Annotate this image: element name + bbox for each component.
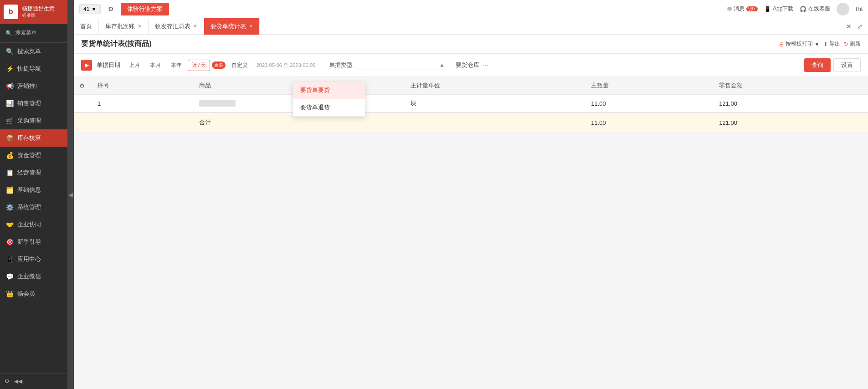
user-avatar[interactable]: [837, 3, 849, 15]
type-filter-select[interactable]: ▲: [355, 60, 447, 70]
collapse-button[interactable]: ◀◀: [14, 378, 22, 384]
search-menu-button[interactable]: 🔍 搜索菜单: [4, 27, 64, 39]
date-this-month-button[interactable]: 本月: [146, 60, 165, 71]
warehouse-filter-label: 要货仓库: [456, 61, 479, 69]
finance-icon: 💰: [5, 152, 14, 159]
sidebar-item-label: 新手引导: [17, 238, 41, 246]
topbar-settings-button[interactable]: ⚙: [104, 3, 117, 15]
tab-close-icon[interactable]: ✕: [249, 23, 253, 29]
print-button[interactable]: 🖨 按模板打印 ▼: [779, 40, 820, 48]
sidebar-item-inventory[interactable]: 📦库存核算: [0, 129, 67, 147]
sidebar-item-quicknav[interactable]: ⚡快捷导航: [0, 60, 67, 77]
type-dropdown: 要货单要货 要货单退货: [293, 81, 365, 117]
col-index: 序号: [92, 77, 194, 95]
marketing-icon: 📢: [5, 82, 14, 90]
col-quantity: 主数量: [586, 77, 714, 95]
col-settings: ⚙: [74, 77, 92, 95]
col-unit: 主计量单位: [405, 77, 586, 95]
page-actions: 🖨 按模板打印 ▼ ⬆ 导出 ↻ 刷新: [779, 40, 861, 52]
sidebar-item-system[interactable]: ⚙️系统管理: [0, 199, 67, 216]
basic-icon: 🗂️: [5, 186, 14, 194]
tab-order_stats[interactable]: 要货单统计表✕: [204, 18, 260, 35]
sidebar-item-wechat[interactable]: 💬企业微信: [0, 268, 67, 285]
sidebar-item-enterprise[interactable]: 🤝企业协同: [0, 216, 67, 233]
settings-footer-button[interactable]: ⚙: [5, 378, 10, 384]
table-footer-row: 合计 11.00 121.00: [74, 113, 868, 133]
warehouse-more-button[interactable]: ···: [482, 61, 488, 69]
message-icon: ✉: [727, 6, 732, 12]
date-last-month-button[interactable]: 上月: [125, 60, 144, 71]
type-filter-input[interactable]: [357, 61, 439, 68]
topbar: 41 ▼ ⚙ 体验行业方案 ✉ 消息 99+ 📱 App下载 🎧 在线客服: [74, 0, 868, 18]
export-button[interactable]: ⬆ 导出: [823, 40, 840, 48]
table-header-row: ⚙ 序号 商品 主计量单位 主数量 零售金额: [74, 77, 868, 95]
col-amount: 零售金额: [714, 77, 868, 95]
sidebar-item-search[interactable]: 🔍搜索菜单: [0, 43, 67, 60]
sidebar-item-operations[interactable]: 📋经营管理: [0, 164, 67, 181]
sidebar-item-finance[interactable]: 💰资金管理: [0, 147, 67, 164]
sales-icon: 📊: [5, 100, 14, 107]
message-button[interactable]: ✉ 消息 99+: [727, 5, 758, 13]
tab-home[interactable]: 首页: [74, 18, 99, 35]
sidebar-collapse-handle[interactable]: ◀: [67, 0, 74, 389]
expand-tab-button[interactable]: ⤢: [855, 21, 864, 32]
export-icon: ⬆: [823, 41, 828, 47]
filter-expand-button[interactable]: ▶: [81, 60, 92, 71]
type-filter-label: 单据类型: [329, 61, 353, 69]
tab-receive_summary[interactable]: 收发存汇总表✕: [149, 18, 204, 35]
topbar-left: 41 ▼ ⚙ 体验行业方案: [79, 3, 723, 15]
row-index-cell: 1: [92, 95, 194, 113]
footer-unit-cell: [405, 113, 586, 133]
sidebar-item-label: 应用中心: [17, 255, 41, 263]
sidebar-item-label: 销售管理: [17, 99, 41, 107]
sidebar-item-guide[interactable]: 🎯新手引导: [0, 233, 67, 251]
tab-switcher[interactable]: 41 ▼: [79, 4, 101, 14]
filter-bar: ▶ 单据日期 上月 本月 本年 近7天 更多 自定义 2023-05-06 至 …: [74, 54, 868, 77]
inventory-icon: 📦: [5, 134, 14, 142]
refresh-icon: ↻: [844, 41, 848, 47]
main-area: 41 ▼ ⚙ 体验行业方案 ✉ 消息 99+ 📱 App下载 🎧 在线客服: [74, 0, 868, 389]
refresh-button[interactable]: ↻ 刷新: [844, 40, 861, 48]
tab-close-icon[interactable]: ✕: [138, 23, 142, 29]
gear-icon: ⚙: [108, 5, 114, 13]
sidebar-item-label: 库存核算: [17, 134, 41, 142]
chevron-up-icon[interactable]: ▲: [439, 61, 445, 68]
footer-quantity-cell: 11.00: [586, 113, 714, 133]
sidebar-item-member[interactable]: 👑畅会员: [0, 285, 67, 302]
dropdown-item-return[interactable]: 要货单退货: [293, 99, 365, 116]
type-filter-group: 单据类型 ▲: [329, 60, 447, 70]
search-icon: 🔍: [5, 30, 12, 36]
row-amount-cell: 121.00: [714, 95, 868, 113]
sidebar-nav: 🔍搜索菜单⚡快捷导航📢营销推广📊销售管理🛒采购管理📦库存核算💰资金管理📋经营管理…: [0, 43, 67, 373]
tab-inventory_batch[interactable]: 库存批次账✕: [99, 18, 149, 35]
dropdown-item-order[interactable]: 要货单要货: [293, 82, 365, 99]
query-button[interactable]: 查询: [804, 58, 831, 72]
enterprise-icon: 🤝: [5, 221, 14, 228]
trial-button[interactable]: 体验行业方案: [121, 3, 169, 15]
app-download-button[interactable]: 📱 App下载: [764, 5, 793, 13]
page-title: 要货单统计表(按商品): [81, 39, 152, 53]
date-custom-button[interactable]: 自定义: [227, 60, 252, 71]
tab-close-icon[interactable]: ✕: [193, 23, 197, 29]
tab-label: 要货单统计表: [211, 22, 246, 31]
search-icon: 🔍: [5, 48, 14, 55]
sidebar-search[interactable]: 🔍 搜索菜单: [0, 24, 67, 43]
product-blurred-text: [199, 100, 236, 107]
filter-date-range: 2023-05-06 至 2023-06-06: [257, 62, 316, 69]
filter-actions: 查询 设置: [804, 58, 861, 72]
date-this-year-button[interactable]: 本年: [167, 60, 186, 71]
row-unit-cell: 块: [405, 95, 586, 113]
chevron-down-icon: ▼: [814, 41, 820, 47]
filter-settings-button[interactable]: 设置: [833, 58, 861, 72]
sidebar-item-marketing[interactable]: 📢营销推广: [0, 77, 67, 95]
sidebar-item-basic[interactable]: 🗂️基础信息: [0, 181, 67, 199]
footer-settings-cell: [74, 113, 92, 133]
sidebar-item-sales[interactable]: 📊销售管理: [0, 95, 67, 112]
online-service-button[interactable]: 🎧 在线客服: [800, 5, 830, 13]
sidebar-item-apps[interactable]: 📱应用中心: [0, 251, 67, 268]
date-last-7-days-button[interactable]: 近7天: [188, 60, 210, 71]
sidebar-header: b 畅捷通好生意 标准版: [0, 0, 67, 24]
sidebar-item-purchase[interactable]: 🛒采购管理: [0, 112, 67, 129]
close-tab-button[interactable]: ✕: [844, 21, 853, 32]
tabs-actions: ✕ ⤢: [841, 21, 868, 32]
